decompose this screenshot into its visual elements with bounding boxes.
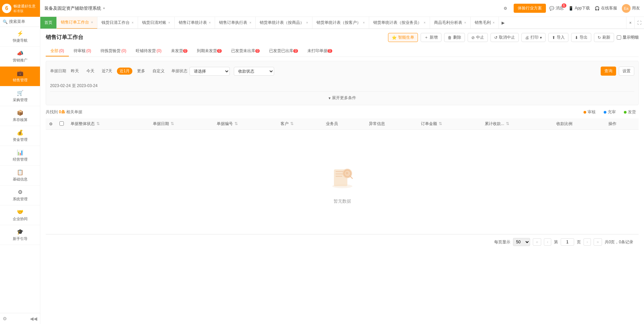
tab-sales-order-workbench[interactable]: 销售订单工作台 × <box>57 17 97 29</box>
online-service-btn[interactable]: 🎧 在线客服 <box>595 5 617 11</box>
last-page-btn[interactable]: » <box>594 238 602 246</box>
sidebar-item-quicknav[interactable]: ⚡ 快捷导航 <box>0 27 40 47</box>
cancel-stop-btn[interactable]: ↺ 取消中止 <box>490 33 519 42</box>
tab-close-btn[interactable]: × <box>363 21 365 25</box>
sidebar-item-enterprise[interactable]: 🤝 企业协同 <box>0 205 40 225</box>
sidebar-item-sales[interactable]: 💼 销售管理 <box>0 67 40 86</box>
sort-icon[interactable]: ⇅ <box>234 121 238 126</box>
filter-custom[interactable]: 自定义 <box>150 68 167 75</box>
smart-create-btn[interactable]: ⭐ 智能生单 <box>388 33 418 42</box>
select-all-checkbox[interactable] <box>59 121 64 126</box>
page-number-input[interactable] <box>561 238 574 246</box>
experience-btn[interactable]: 体验行业方案 <box>514 4 546 13</box>
stop-btn[interactable]: ⊘ 中止 <box>468 33 488 42</box>
tab-close-btn[interactable]: × <box>209 21 211 25</box>
show-detail-checkbox[interactable]: 显示明细 <box>617 35 639 40</box>
tab-sales-profit[interactable]: 销售毛利 × <box>471 17 499 29</box>
sidebar-item-inventory[interactable]: 📦 库存核算 <box>0 106 40 126</box>
status-select[interactable]: 请选择 <box>189 67 230 76</box>
sort-icon[interactable]: ⇅ <box>96 121 100 126</box>
search-menu[interactable]: 🔍 搜索菜单 <box>0 17 40 27</box>
next-page-btn[interactable]: › <box>584 238 591 246</box>
result-bar: 共找到 0条 相关单据 审核 充审 发货 <box>46 109 639 116</box>
review-action-btn[interactable]: 审核 <box>581 109 598 116</box>
tab-close-btn[interactable]: × <box>464 21 466 25</box>
export-btn[interactable]: ⬇ 导出 <box>571 33 591 42</box>
sub-tab-pending-inspect[interactable]: 待拣货验货(0) <box>96 46 131 56</box>
col-settings[interactable]: ⚙ <box>46 118 56 130</box>
sub-tab-shipped-out[interactable]: 已发货已出库0 <box>264 46 303 56</box>
tab-close-btn[interactable]: × <box>493 21 495 25</box>
sub-tab-all[interactable]: 全部(0) <box>46 46 69 56</box>
tab-fullscreen-btn[interactable]: ⛶ <box>634 17 644 29</box>
sort-icon[interactable]: ⇅ <box>506 121 509 126</box>
filter-yesterday[interactable]: 昨天 <box>68 68 82 75</box>
col-checkbox[interactable] <box>56 118 67 130</box>
message-icon: 💬 <box>549 6 554 11</box>
tab-cash-reconcile[interactable]: 钱货日清对账 × <box>138 17 175 29</box>
chevron-down-icon: ▾ <box>329 96 331 100</box>
detail-checkbox-input[interactable] <box>617 35 621 40</box>
sub-tab-shipped-not-out[interactable]: 已发货未出库0 <box>226 46 265 56</box>
main-area: 装备及固定资产辅助管理系统 ▾ ⚙ 体验行业方案 💬 消息 6 📱 App下载 … <box>40 0 644 324</box>
tab-more-btn[interactable]: ▶ <box>499 21 507 25</box>
tab-sales-stats-customer[interactable]: 销货单统计表（按客户） × <box>312 17 369 29</box>
print-btn[interactable]: 🖨 打印 ▾ <box>521 33 546 42</box>
sub-tab-not-printed[interactable]: 未打印单据0 <box>303 46 337 56</box>
expand-filter-btn[interactable]: ▾ 展开更多条件 <box>326 94 359 102</box>
sidebar-item-basic[interactable]: 📋 基础信息 <box>0 166 40 186</box>
tab-close-btn[interactable]: × <box>91 21 93 24</box>
filter-settings-btn[interactable]: 设置 <box>619 67 634 76</box>
sidebar-item-operations[interactable]: 📊 经营管理 <box>0 146 40 166</box>
import-btn[interactable]: ⬆ 导入 <box>548 33 568 42</box>
message-btn[interactable]: 💬 消息 6 <box>549 5 564 11</box>
sort-icon[interactable]: ⇅ <box>290 121 294 126</box>
sub-tab-pending-review[interactable]: 待审核(0) <box>69 46 96 56</box>
collapse-icon[interactable]: ◀◀ <box>30 316 37 321</box>
tab-close-btn[interactable]: × <box>424 21 426 25</box>
tab-cash-daily[interactable]: 钱货日清工作台 × <box>97 17 138 29</box>
tab-sales-stats-staff[interactable]: 销货单统计表（按业务员） × <box>369 17 430 29</box>
filter-7days[interactable]: 近7天 <box>99 68 115 75</box>
tab-close-btn[interactable]: × <box>306 21 308 25</box>
query-btn[interactable]: 查询 <box>601 67 616 76</box>
tab-close-btn[interactable]: × <box>132 21 134 25</box>
filter-more[interactable]: 更多 <box>134 68 148 75</box>
sub-tab-not-shipped[interactable]: 未发货0 <box>166 46 192 56</box>
user-menu-btn[interactable]: Ea 用友 <box>622 4 640 13</box>
tab-home[interactable]: 首页 <box>40 17 57 29</box>
app-download-btn[interactable]: 📱 App下载 <box>568 5 590 11</box>
tab-close-all-btn[interactable]: × <box>626 17 634 29</box>
sidebar-item-guide[interactable]: 🎓 新手引导 <box>0 225 40 245</box>
download-icon: 📱 <box>568 6 573 11</box>
sub-tab-wangpu[interactable]: 旺铺待发货(0) <box>131 46 166 56</box>
ship-action-btn[interactable]: 发货 <box>621 109 639 116</box>
cancel-review-action-btn[interactable]: 充审 <box>601 109 618 116</box>
sidebar-item-system[interactable]: ⚙ 系统管理 <box>0 186 40 205</box>
tab-sales-order-stats[interactable]: 销售订单统计表 × <box>175 17 215 29</box>
sidebar-item-finance[interactable]: 💰 资金管理 <box>0 126 40 146</box>
refresh-btn[interactable]: ↻ 刷新 <box>594 33 614 42</box>
filter-1month[interactable]: 近1月 <box>117 68 133 75</box>
tab-product-margin[interactable]: 商品毛利分析表 × <box>430 17 471 29</box>
sidebar-item-purchase[interactable]: 🛒 采购管理 <box>0 86 40 106</box>
topbar-settings-btn[interactable]: ⚙ <box>501 4 510 13</box>
prev-page-btn[interactable]: ‹ <box>544 238 551 246</box>
col-error: 异常信息 <box>366 118 418 130</box>
delete-btn[interactable]: 🗑 删除 <box>444 33 465 42</box>
payment-status-select[interactable]: 收款状态 <box>234 67 274 76</box>
page-size-select[interactable]: 50 10 20 100 <box>513 238 530 246</box>
tab-close-btn[interactable]: × <box>168 21 170 25</box>
first-page-btn[interactable]: « <box>533 238 541 246</box>
sort-icon[interactable]: ⇅ <box>171 121 174 126</box>
sort-icon[interactable]: ⇅ <box>439 121 442 126</box>
add-btn[interactable]: ＋ 新增 <box>421 33 441 42</box>
settings-icon[interactable]: ⚙ <box>3 316 7 321</box>
sidebar-item-marketing[interactable]: 📣 营销推广 <box>0 47 40 67</box>
sub-tab-overdue[interactable]: 到期未发货0 <box>192 46 226 56</box>
tab-sales-order-exec[interactable]: 销售订单执行表 × <box>215 17 256 29</box>
filter-today[interactable]: 今天 <box>84 68 97 75</box>
tab-close-btn[interactable]: × <box>249 21 251 25</box>
tab-sales-stats-product[interactable]: 销货单统计表（按商品） × <box>256 17 312 29</box>
table-header-row: ⚙ 单据整体状态 ⇅ 单据日期 ⇅ 单据编号 <box>46 118 639 130</box>
